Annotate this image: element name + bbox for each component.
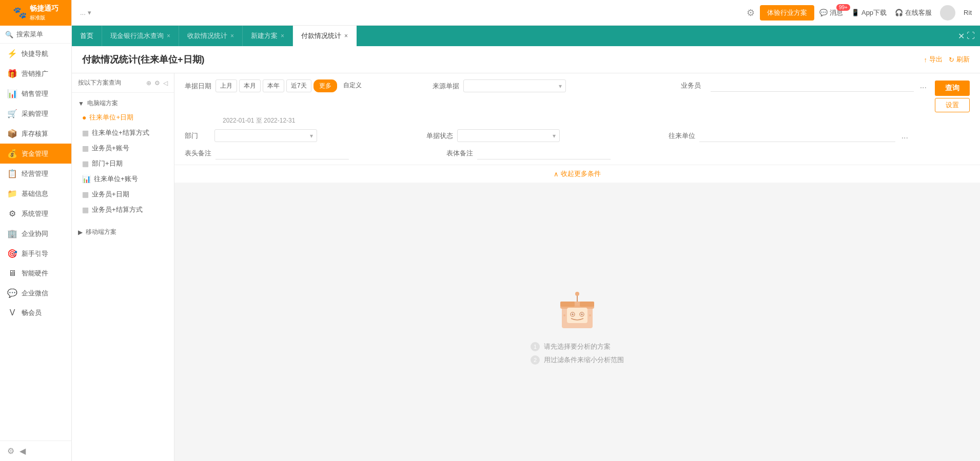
user-avatar[interactable] [940,5,955,21]
sidebar-item-marketing[interactable]: 🎁营销推广 [0,64,71,84]
filter-actions: 查询 设置 [935,79,970,112]
breadcrumb-text: ... [80,9,86,16]
tab-payment-stats[interactable]: 付款情况统计× [293,26,357,46]
tab-maximize-icon[interactable]: ⛶ [967,31,975,41]
refresh-button[interactable]: ↻ 刷新 [949,55,970,64]
svg-point-12 [589,314,591,316]
scheme-icon-unit-account: 📊 [82,175,91,183]
sidebar-item-sales[interactable]: 📊销售管理 [0,84,71,104]
sidebar-item-purchase[interactable]: 🛒采购管理 [0,104,71,124]
sidebar-item-inventory[interactable]: 📦库存核算 [0,124,71,144]
tab-close-receivable[interactable]: × [230,32,234,39]
scheme-icon-unit-settle: ▦ [82,129,89,137]
scheme-collapse-icon[interactable]: ◁ [163,79,168,87]
tab-close-cashflow[interactable]: × [167,32,170,39]
sidebar-nav: ⚡快捷导航🎁营销推广📊销售管理🛒采购管理📦库存核算💰资金管理📋经营管理📁基础信息… [0,44,71,440]
sidebar-item-enterprise[interactable]: 🏢企业协同 [0,224,71,244]
desktop-scheme-section: ▼ 电脑端方案 ●往来单位+日期▦往来单位+结算方式▦业务员+账号▦部门+日期📊… [72,93,174,222]
tab-new-plan[interactable]: 新建方案× [243,26,293,46]
sidebar-label-system: 系统管理 [22,209,48,218]
filter-table-head-col: 表头备注 [185,147,446,159]
sidebar-label-enterprise: 企业协同 [22,229,48,238]
related-unit-ellipsis-icon[interactable]: ... [899,131,910,141]
online-service-button[interactable]: 🎧 在线客服 [895,8,932,17]
sidebar-search[interactable]: 🔍 搜索菜单 [0,26,71,44]
more-btn[interactable]: 更多 [313,79,337,92]
tab-cashflow[interactable]: 现金银行流水查询× [102,26,179,46]
related-unit-input[interactable] [699,130,895,142]
custom-btn[interactable]: 自定义 [339,79,366,92]
scheme-item-staff-settle[interactable]: ▦业务员+结算方式 [72,202,174,217]
doc-status-label: 单据状态 [426,131,453,141]
dept-select-wrap [214,129,317,142]
this-month-btn[interactable]: 本月 [239,79,261,92]
sidebar-icon-operation: 📋 [7,169,17,178]
filter-form: 单据日期 上月 本月 本年 近7天 更多 自定义 来源单据 [174,73,980,165]
scheme-item-unit-settle[interactable]: ▦往来单位+结算方式 [72,125,174,141]
last-7-btn[interactable]: 近7天 [286,79,311,92]
username-label[interactable]: Rit [964,9,972,16]
tab-close-all-icon[interactable]: ✕ [958,31,965,41]
filter-table-body-col: 表体备注 [446,147,708,159]
settings-icon[interactable]: ⚙ [7,446,14,456]
filter-row-3: 表头备注 表体备注 [185,147,970,159]
staff-ellipsis-icon[interactable]: ... [918,81,929,90]
scheme-item-unit-date[interactable]: ●往来单位+日期 [72,110,174,125]
scheme-add-icon[interactable]: ⊕ [146,79,151,87]
sidebar-item-member[interactable]: V畅会员 [0,303,71,323]
sidebar-item-quick-nav[interactable]: ⚡快捷导航 [0,44,71,64]
sidebar-icon-wechat: 💬 [7,288,17,298]
sidebar-item-wechat[interactable]: 💬企业微信 [0,283,71,303]
tab-close-payment-stats[interactable]: × [344,32,348,39]
doc-status-select[interactable] [457,129,560,142]
filter-settings-button[interactable]: 设置 [935,98,970,112]
sidebar-item-operation[interactable]: 📋经营管理 [0,164,71,184]
tab-receivable[interactable]: 收款情况统计× [179,26,243,46]
scheme-label-unit-account: 往来单位+账号 [94,174,138,184]
sidebar-icon-guide: 🎯 [7,249,17,258]
this-year-btn[interactable]: 本年 [263,79,284,92]
table-head-note-input[interactable] [215,147,349,159]
mobile-section-toggle[interactable]: ▶ 移动端方案 [72,226,174,238]
last-month-btn[interactable]: 上月 [215,79,237,92]
query-button[interactable]: 查询 [935,81,970,96]
scheme-label-unit-date: 往来单位+日期 [89,113,133,122]
staff-input[interactable] [711,79,914,92]
topbar-settings-icon[interactable]: ⚙ [747,7,755,18]
tab-home[interactable]: 首页 [72,26,102,46]
table-head-note-label: 表头备注 [185,149,211,158]
sidebar-label-purchase: 采购管理 [22,109,48,118]
sidebar-item-guide[interactable]: 🎯新手引导 [0,244,71,264]
scheme-item-dept-date[interactable]: ▦部门+日期 [72,156,174,171]
page-content: 付款情况统计(往来单位+日期) ↑ 导出 ↻ 刷新 按以下方案查询 ⊕ [72,46,980,461]
trial-button[interactable]: 体验行业方案 [760,5,814,21]
search-label: 搜索菜单 [16,30,43,39]
sidebar-icon-quick-nav: ⚡ [7,49,17,58]
message-button[interactable]: 💬 消息 99+ [819,8,843,17]
app-download-button[interactable]: 📱 App下载 [851,8,887,17]
sidebar-item-system[interactable]: ⚙系统管理 [0,204,71,224]
tab-close-new-plan[interactable]: × [281,32,284,39]
sidebar-item-finance[interactable]: 💰资金管理 [0,144,71,164]
scheme-item-staff-account[interactable]: ▦业务员+账号 [72,141,174,156]
source-select[interactable] [463,79,566,92]
scheme-item-staff-date[interactable]: ▦业务员+日期 [72,187,174,202]
desktop-section-toggle[interactable]: ▼ 电脑端方案 [72,97,174,110]
breadcrumb-arrow-icon[interactable]: ▾ [88,9,91,16]
collapse-button[interactable]: ∧ 收起更多条件 [174,165,980,183]
sidebar-item-hardware[interactable]: 🖥智能硬件 [0,264,71,283]
collapse-sidebar-icon[interactable]: ◀ [19,446,26,456]
scheme-item-unit-account[interactable]: 📊往来单位+账号 [72,171,174,187]
sidebar-label-guide: 新手引导 [22,249,48,258]
svg-point-8 [581,313,583,315]
message-badge: 99+ [836,4,850,11]
collapse-arrow-icon: ∧ [554,170,559,178]
sidebar-item-basic[interactable]: 📁基础信息 [0,184,71,204]
sidebar-icon-sales: 📊 [7,89,17,98]
table-body-note-input[interactable] [477,147,611,159]
scheme-label-staff-account: 业务员+账号 [92,144,129,153]
dept-select[interactable] [214,129,317,142]
scheme-settings-icon[interactable]: ⚙ [154,79,160,87]
content-wrap: 按以下方案查询 ⊕ ⚙ ◁ ▼ 电脑端方案 ●往来单位+日期▦往来单位+结算方式… [72,73,980,461]
export-button[interactable]: ↑ 导出 [924,55,943,64]
